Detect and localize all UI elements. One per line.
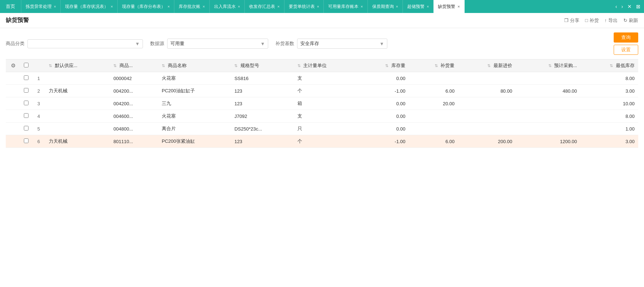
page-header: 缺货预警 ❐ 分享 □ 补货 ↑ 导出 ↻ 刷新	[0, 13, 644, 28]
table-header-row: ⚙ ⇅ 默认供应... ⇅ 商品... ⇅	[6, 59, 638, 72]
page-content: 缺货预警 ❐ 分享 □ 补货 ↑ 导出 ↻ 刷新 商品分类	[0, 13, 644, 287]
row-checkbox[interactable]	[24, 138, 29, 143]
row-est-purchase	[516, 123, 580, 135]
row-checkbox[interactable]	[24, 101, 29, 105]
row-check-cell[interactable]	[20, 85, 32, 97]
code-sort-icon: ⇅	[113, 63, 117, 68]
row-latest-price	[458, 123, 516, 135]
tab-stock-dist-close[interactable]: ×	[167, 4, 170, 9]
tab-stock-dist[interactable]: 现存量（库存分布表） ×	[118, 0, 174, 13]
col-header-spec: ⇅ 规格型号	[231, 59, 293, 72]
row-spec: 123	[231, 85, 293, 97]
export-button[interactable]: ↑ 导出	[605, 17, 618, 24]
tab-order-stats-close[interactable]: ×	[317, 4, 319, 9]
row-goods-name: PC200张紧油缸	[158, 135, 231, 148]
tab-batch[interactable]: 库存批次账 ×	[174, 0, 209, 13]
tab-batch-label: 库存批次账	[179, 4, 200, 10]
name-sort-icon: ⇅	[162, 63, 165, 68]
tab-stock-status-close[interactable]: ×	[110, 4, 113, 9]
tab-inout-flow-close[interactable]: ×	[238, 4, 240, 9]
tab-abnormal-label: 拣货异常处理	[26, 4, 52, 10]
row-unit: 只	[294, 123, 360, 135]
tab-nav-prev[interactable]: ‹	[613, 0, 619, 13]
tab-shortage[interactable]: 缺货预警 ×	[434, 0, 464, 13]
tab-overstock[interactable]: 超储预警 ×	[403, 0, 434, 13]
tab-recv-summary[interactable]: 收发存汇总表 ×	[245, 0, 284, 13]
row-supplier: 力天机械	[45, 135, 110, 148]
row-spec: DS250*23c...	[231, 123, 293, 135]
row-replenish-qty: 6.00	[409, 135, 458, 148]
tab-order-stats[interactable]: 要货单统计表 ×	[284, 0, 324, 13]
query-button[interactable]: 查询	[614, 32, 638, 43]
row-latest-price: 80.00	[458, 85, 516, 97]
row-check-cell[interactable]	[20, 72, 32, 85]
tab-nav-close-all[interactable]: ⊠	[634, 0, 643, 13]
row-spec: SS816	[231, 72, 293, 85]
tab-avail-ledger[interactable]: 可用量库存账本 ×	[324, 0, 367, 13]
replenish-label: 补货	[589, 17, 599, 24]
row-check-cell[interactable]	[20, 135, 32, 148]
tab-abnormal-close[interactable]: ×	[54, 4, 56, 9]
row-checkbox[interactable]	[24, 113, 29, 118]
row-stock-qty: -1.00	[360, 85, 409, 97]
tab-nav-close-current[interactable]: ✕	[625, 0, 634, 13]
tab-shortage-label: 缺货预警	[438, 4, 455, 10]
tab-expiry-close[interactable]: ×	[396, 4, 398, 9]
header-actions: ❐ 分享 □ 补货 ↑ 导出 ↻ 刷新	[564, 17, 638, 24]
row-supplier	[45, 97, 110, 110]
tab-stock-status[interactable]: 现存量（库存状况表） ×	[61, 0, 117, 13]
tab-home[interactable]: 首页	[0, 0, 21, 13]
col-header-est-purchase: ⇅ 预计采购...	[516, 59, 580, 72]
tab-inout-flow-label: 出入库流水	[214, 4, 236, 10]
tab-expiry[interactable]: 保质期查询 ×	[368, 0, 403, 13]
datasource-select-value: 可用量	[170, 40, 184, 47]
min-sort-icon: ⇅	[610, 63, 613, 68]
datasource-select-arrow: ▼	[260, 41, 265, 47]
tab-avail-ledger-close[interactable]: ×	[361, 4, 363, 9]
row-check-cell[interactable]	[20, 97, 32, 110]
table-row: 4 004600... 火花塞 J7092 支 0.00 8.00	[6, 110, 638, 123]
tab-nav-controls: ‹ › ✕ ⊠	[612, 0, 644, 13]
tab-nav-next[interactable]: ›	[619, 0, 625, 13]
row-settings-cell	[6, 97, 20, 110]
replenish-base-filter-group: 补货基数 安全库存 ▼	[275, 39, 387, 49]
category-filter-label: 商品分类	[6, 40, 25, 47]
row-checkbox[interactable]	[24, 75, 29, 80]
replenish-button[interactable]: □ 补货	[585, 17, 599, 24]
row-latest-price	[458, 97, 516, 110]
table-row: 3 004200... 三九 123 箱 0.00 20.00 10.00	[6, 97, 638, 110]
table-row: 1 0000042 火花塞 SS816 支 0.00 8.00	[6, 72, 638, 85]
tab-inout-flow[interactable]: 出入库流水 ×	[210, 0, 245, 13]
row-index: 6	[32, 135, 45, 148]
row-settings-cell	[6, 85, 20, 97]
datasource-select[interactable]: 可用量 ▼	[167, 39, 268, 49]
tab-abnormal[interactable]: 拣货异常处理 ×	[21, 0, 61, 13]
row-goods-code: 004600...	[110, 110, 158, 123]
row-checkbox[interactable]	[24, 88, 29, 93]
settings-gear-icon[interactable]: ⚙	[11, 62, 16, 69]
tab-overstock-close[interactable]: ×	[427, 4, 429, 9]
settings-button[interactable]: 设置	[614, 45, 638, 55]
tab-stock-dist-label: 现存量（库存分布表）	[122, 4, 165, 10]
select-all-checkbox[interactable]	[24, 63, 29, 67]
table-body: 1 0000042 火花塞 SS816 支 0.00 8.00 2 力天机械 0…	[6, 72, 638, 148]
share-label: 分享	[570, 17, 579, 24]
replenish-base-select[interactable]: 安全库存 ▼	[297, 39, 387, 49]
row-stock-qty: 0.00	[360, 72, 409, 85]
tab-shortage-close[interactable]: ×	[457, 4, 460, 9]
datasource-filter-group: 数据源 可用量 ▼	[150, 39, 268, 49]
category-select[interactable]: ▼	[27, 39, 143, 48]
row-est-purchase	[516, 97, 580, 110]
share-button[interactable]: ❐ 分享	[564, 17, 579, 24]
row-checkbox[interactable]	[24, 126, 29, 131]
tab-batch-close[interactable]: ×	[203, 4, 205, 9]
refresh-button[interactable]: ↻ 刷新	[623, 17, 638, 24]
col-header-supplier: ⇅ 默认供应...	[45, 59, 110, 72]
tab-recv-summary-close[interactable]: ×	[277, 4, 279, 9]
row-min-stock: 8.00	[580, 110, 638, 123]
row-check-cell[interactable]	[20, 110, 32, 123]
tab-bar: 首页 拣货异常处理 × 现存量（库存状况表） × 现存量（库存分布表） × 库存…	[0, 0, 644, 13]
row-est-purchase	[516, 72, 580, 85]
row-replenish-qty	[409, 110, 458, 123]
row-check-cell[interactable]	[20, 123, 32, 135]
